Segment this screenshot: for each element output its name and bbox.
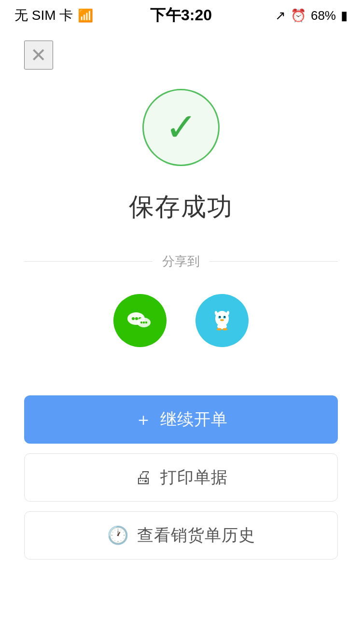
status-right: ↗ ⏰ 68% ▮: [275, 8, 348, 23]
status-left: 无 SIM 卡 📶: [14, 6, 93, 25]
print-label: 打印单据: [160, 466, 228, 489]
checkmark-icon: ✓: [165, 108, 197, 147]
share-divider: 分享到: [24, 253, 338, 270]
close-button[interactable]: ✕: [24, 41, 53, 70]
battery-text: 68%: [311, 8, 336, 23]
svg-point-1: [132, 317, 135, 320]
svg-point-5: [140, 322, 142, 323]
divider-line-right: [209, 261, 338, 262]
svg-point-12: [219, 316, 221, 318]
share-wechat-button[interactable]: [113, 294, 167, 347]
share-qq-button[interactable]: [195, 294, 249, 347]
history-label: 查看销货单历史: [137, 524, 255, 546]
clock-icon: 🕐: [107, 525, 129, 546]
wifi-icon: 📶: [78, 8, 93, 23]
alarm-icon: ⏰: [291, 8, 306, 23]
continue-label: 继续开单: [160, 408, 228, 431]
print-button[interactable]: 🖨 打印单据: [24, 453, 338, 502]
divider-line-left: [24, 261, 153, 262]
location-icon: ↗: [275, 8, 286, 23]
status-time: 下午3:20: [150, 5, 212, 26]
svg-point-15: [217, 328, 222, 331]
action-buttons: ＋ 继续开单 🖨 打印单据 🕐 查看销货单历史: [24, 395, 338, 560]
battery-icon: ▮: [341, 8, 348, 23]
svg-point-6: [143, 322, 145, 323]
print-icon: 🖨: [135, 467, 153, 488]
svg-point-7: [145, 322, 147, 323]
svg-point-16: [223, 328, 227, 331]
main-content: ✕ ✓ 保存成功 分享到: [0, 31, 362, 588]
qq-icon: [207, 305, 237, 336]
svg-point-13: [224, 316, 225, 318]
success-title: 保存成功: [129, 190, 233, 224]
history-button[interactable]: 🕐 查看销货单历史: [24, 511, 338, 560]
svg-point-14: [220, 319, 224, 321]
status-bar: 无 SIM 卡 📶 下午3:20 ↗ ⏰ 68% ▮: [0, 0, 362, 31]
share-icons: [24, 294, 338, 347]
success-circle: ✓: [142, 89, 220, 166]
share-label: 分享到: [162, 253, 200, 270]
plus-icon: ＋: [135, 408, 153, 432]
close-icon: ✕: [30, 45, 47, 65]
no-sim-text: 无 SIM 卡: [14, 6, 73, 25]
wechat-icon: [125, 305, 155, 336]
share-section: 分享到: [24, 253, 338, 357]
svg-point-2: [135, 317, 138, 320]
continue-button[interactable]: ＋ 继续开单: [24, 395, 338, 444]
